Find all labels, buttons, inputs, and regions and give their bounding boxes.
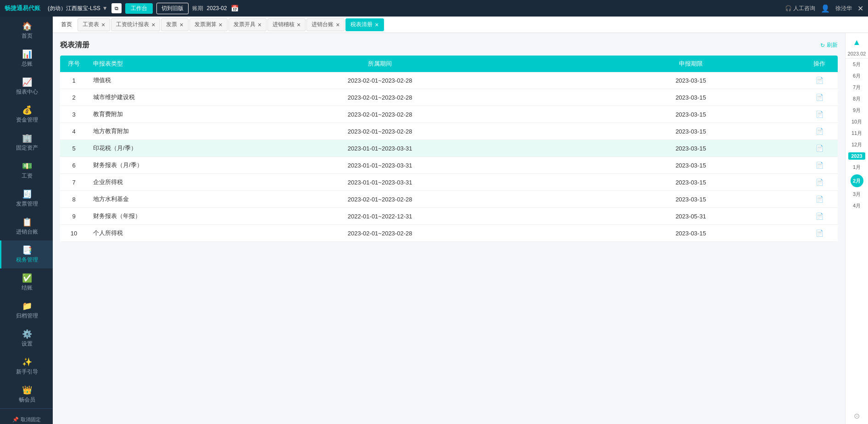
cell-op[interactable]: 📄 [801,89,838,106]
tab-close-icon[interactable]: × [151,22,155,28]
period-value[interactable]: 2023-02 [207,5,227,11]
tax-mgmt-icon: 📑 [22,246,32,254]
cell-op[interactable]: 📄 [801,106,838,123]
op-detail-icon[interactable]: 📄 [816,145,823,152]
panel-up-btn[interactable]: ▲ [853,36,861,49]
cell-op[interactable]: 📄 [801,174,838,191]
tab-close-icon[interactable]: × [179,22,183,28]
archive-icon: 📁 [22,302,32,310]
sidebar-item-label: 结账 [22,284,33,292]
refresh-label: 刷新 [827,41,838,49]
panel-month-12[interactable]: 12月 [846,139,868,151]
cell-deadline: 2023-03-15 [580,106,801,123]
panel-month-4[interactable]: 4月 [846,200,868,212]
sidebar-item-guide[interactable]: ✨ 新手引导 [0,352,53,380]
ai-consult-btn[interactable]: 🎧 人工咨询 [785,5,815,12]
tab-purchase-check[interactable]: 进销稽核 × [267,18,306,31]
close-icon[interactable]: ✕ [857,4,863,13]
sidebar-item-tax-mgmt[interactable]: 📑 税务管理 [0,240,53,268]
cell-op[interactable]: 📄 [801,140,838,157]
cell-op[interactable]: 📄 [801,72,838,89]
company-name: (勿动）江西服宝-LSS [48,5,100,12]
unpin-button[interactable]: 📌 取消固定 [0,413,53,424]
op-detail-icon[interactable]: 📄 [816,179,823,186]
tab-salary-stats[interactable]: 工资统计报表 × [111,18,160,31]
cell-op[interactable]: 📄 [801,208,838,225]
calendar-icon[interactable]: 📅 [231,5,239,12]
panel-month-9[interactable]: 9月 [846,105,868,116]
cell-op[interactable]: 📄 [801,123,838,140]
tab-label: 发票开具 [234,21,256,28]
refresh-button[interactable]: ↻ 刷新 [820,41,838,49]
tab-salary-table[interactable]: 工资表 × [78,18,110,31]
sidebar: 🏠 首页 📊 总账 📈 报表中心 💰 资金管理 🏢 固定资产 💵 工资 🧾 发票… [0,17,53,424]
tab-close-icon[interactable]: × [219,22,223,28]
cell-deadline: 2023-03-15 [580,123,801,140]
switch-old-button[interactable]: 切到旧版 [156,3,189,14]
sidebar-item-settings[interactable]: ⚙️ 设置 [0,324,53,352]
cell-op[interactable]: 📄 [801,225,838,242]
cell-period: 2022-01-01~2022-12-31 [179,208,580,225]
user-name[interactable]: 徐泾华 [835,5,852,12]
op-detail-icon[interactable]: 📄 [816,128,823,135]
copy-button[interactable]: ⧉ [111,3,122,13]
sidebar-item-reports[interactable]: 📈 报表中心 [0,73,53,100]
page-title-bar: 税表清册 ↻ 刷新 [60,40,838,50]
sidebar-item-label: 进销台账 [16,228,38,236]
op-detail-icon[interactable]: 📄 [816,77,823,84]
panel-month-10[interactable]: 10月 [846,116,868,128]
tab-close-icon[interactable]: × [336,22,339,28]
workbench-button[interactable]: 工作台 [125,3,153,14]
op-detail-icon[interactable]: 📄 [816,195,823,203]
sidebar-item-closing[interactable]: ✅ 结账 [0,268,53,296]
op-detail-icon[interactable]: 📄 [816,94,823,101]
sidebar-item-invoice-mgmt[interactable]: 🧾 发票管理 [0,184,53,212]
sidebar-item-label: 工资 [22,172,33,180]
sidebar-item-member[interactable]: 👑 畅会员 [0,380,53,408]
cell-deadline: 2023-03-15 [580,174,801,191]
panel-month-8[interactable]: 8月 [846,93,868,105]
cell-op[interactable]: 📄 [801,157,838,174]
panel-month-5[interactable]: 5月 [846,59,868,70]
panel-month-1[interactable]: 1月 [846,162,868,173]
panel-collapse-btn[interactable]: ⊙ [854,408,860,424]
sidebar-item-archive[interactable]: 📁 归档管理 [0,296,53,324]
panel-month-7[interactable]: 7月 [846,82,868,93]
panel-month-6[interactable]: 6月 [846,70,868,82]
table-row: 3 教育费附加 2023-02-01~2023-02-28 2023-03-15… [60,106,838,123]
op-detail-icon[interactable]: 📄 [816,162,823,169]
cell-period: 2023-02-01~2023-02-28 [179,72,580,89]
panel-month-11[interactable]: 11月 [846,128,868,139]
page-main: 税表清册 ↻ 刷新 序号 申报表类型 所属期间 [53,33,845,424]
table-row: 9 财务报表（年报） 2022-01-01~2022-12-31 2023-05… [60,208,838,225]
op-detail-icon[interactable]: 📄 [816,111,823,118]
cell-op[interactable]: 📄 [801,191,838,208]
tab-invoice[interactable]: 发票 × [161,18,188,31]
company-selector[interactable]: (勿动）江西服宝-LSS ▼ [48,5,108,12]
tab-invoice-calc[interactable]: 发票测算 × [189,18,228,31]
panel-month-2-active[interactable]: 2月 [851,174,863,187]
tab-home[interactable]: 首页 [56,18,77,31]
sidebar-item-purchase-sales[interactable]: 📋 进销台账 [0,212,53,240]
sidebar-item-funds[interactable]: 💰 资金管理 [0,100,53,128]
tab-purchase-ledger[interactable]: 进销台账 × [306,18,345,31]
tab-close-icon[interactable]: × [258,22,262,28]
tab-close-icon[interactable]: × [297,22,300,28]
cell-deadline: 2023-05-31 [580,208,801,225]
sidebar-item-home[interactable]: 🏠 首页 [0,17,53,45]
tab-invoice-issue[interactable]: 发票开具 × [228,18,267,31]
op-detail-icon[interactable]: 📄 [816,212,823,220]
tab-tax-list[interactable]: 税表清册 × [345,18,384,31]
cell-type: 财务报表（月/季） [88,157,179,174]
sidebar-item-assets[interactable]: 🏢 固定资产 [0,128,53,156]
tab-close-icon[interactable]: × [101,22,105,28]
cell-seq: 7 [60,174,88,191]
sidebar-item-label: 新手引导 [16,368,38,376]
panel-month-3[interactable]: 3月 [846,189,868,200]
tab-close-icon[interactable]: × [375,22,378,28]
sidebar-item-salary[interactable]: 💵 工资 [0,156,53,184]
sidebar-item-ledger[interactable]: 📊 总账 [0,45,53,73]
op-detail-icon[interactable]: 📄 [816,229,823,237]
company-dropdown-icon[interactable]: ▼ [102,5,108,11]
col-seq: 序号 [60,56,88,72]
